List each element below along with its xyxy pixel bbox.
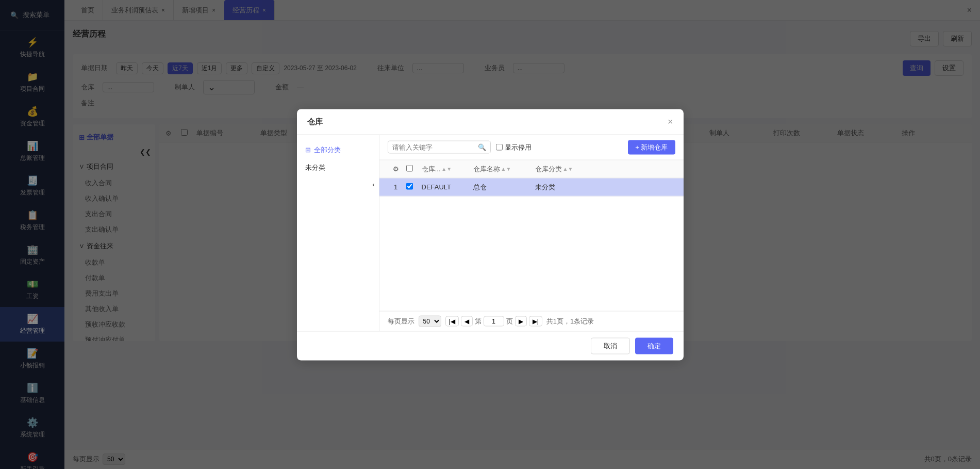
modal-close-button[interactable]: × (668, 116, 673, 127)
gear-icon-table[interactable]: ⚙ (393, 165, 399, 173)
row-checkbox[interactable] (406, 183, 413, 189)
col-name-header: 仓库名称 ▲▼ (473, 164, 535, 173)
row-check[interactable] (406, 183, 422, 191)
row-code: DEFAULT (422, 183, 473, 191)
row-seq: 1 (386, 183, 406, 191)
modal-toolbar: 🔍 显示停用 + 新增仓库 (379, 135, 684, 160)
modal-select-all[interactable] (406, 165, 413, 171)
show-disabled-checkbox[interactable] (496, 144, 503, 151)
modal-footer: 取消 确定 (297, 331, 684, 360)
modal-left-sidebar: ⊞ 全部分类 未分类 ‹ (297, 135, 379, 331)
search-icon-modal: 🔍 (478, 143, 486, 151)
modal-sidebar-collapse[interactable]: ‹ (297, 176, 379, 192)
page-label-suffix: 页 (506, 316, 513, 326)
modal-per-page-select[interactable]: 50 (419, 315, 441, 327)
modal-search-wrap[interactable]: 🔍 (388, 141, 491, 154)
modal-table: ⚙ 仓库... ▲▼ 仓库名 (379, 160, 684, 311)
modal-sidebar-all-category[interactable]: ⊞ 全部分类 (297, 141, 379, 158)
cancel-button[interactable]: 取消 (591, 337, 630, 354)
row-name: 总仓 (473, 182, 535, 191)
modal-pagination: 每页显示 50 |◀ ◀ 第 页 ▶ ▶| 共1页，1条记录 (379, 311, 684, 331)
modal-table-row[interactable]: 1 DEFAULT 总仓 未分类 (379, 178, 684, 196)
page-navigation: |◀ ◀ 第 页 ▶ ▶| (445, 316, 542, 326)
page-last-btn[interactable]: ▶| (529, 316, 542, 326)
page-number-input[interactable] (484, 316, 504, 326)
row-category: 未分类 (535, 182, 677, 191)
page-first-btn[interactable]: |◀ (445, 316, 459, 326)
warehouse-modal: 仓库 × ⊞ 全部分类 未分类 ‹ (297, 109, 684, 360)
col-code-header: 仓库... ▲▼ (422, 164, 473, 173)
page-next-btn[interactable]: ▶ (515, 316, 527, 326)
modal-table-header: ⚙ 仓库... ▲▼ 仓库名 (379, 160, 684, 178)
sidebar-collapse-icon: ‹ (372, 180, 374, 188)
modal-title: 仓库 (307, 117, 323, 126)
col-category-header: 仓库分类 ▲▼ (535, 164, 677, 173)
page-label-prefix: 第 (475, 316, 481, 326)
show-disabled-checkbox-label[interactable]: 显示停用 (496, 142, 531, 152)
page-prev-btn[interactable]: ◀ (461, 316, 473, 326)
col-seq-header: ⚙ (386, 165, 406, 173)
add-warehouse-button[interactable]: + 新增仓库 (628, 140, 675, 154)
modal-header: 仓库 × (297, 109, 684, 135)
modal-body: ⊞ 全部分类 未分类 ‹ 🔍 (297, 135, 684, 331)
col-check-header (406, 165, 422, 173)
modal-main: 🔍 显示停用 + 新增仓库 ⚙ (379, 135, 684, 331)
confirm-button[interactable]: 确定 (635, 337, 673, 354)
modal-sidebar-uncategorized[interactable]: 未分类 (297, 158, 379, 176)
grid-icon-modal: ⊞ (305, 146, 311, 154)
modal-total-records: 共1页，1条记录 (546, 316, 594, 326)
modal-search-input[interactable] (392, 143, 478, 151)
